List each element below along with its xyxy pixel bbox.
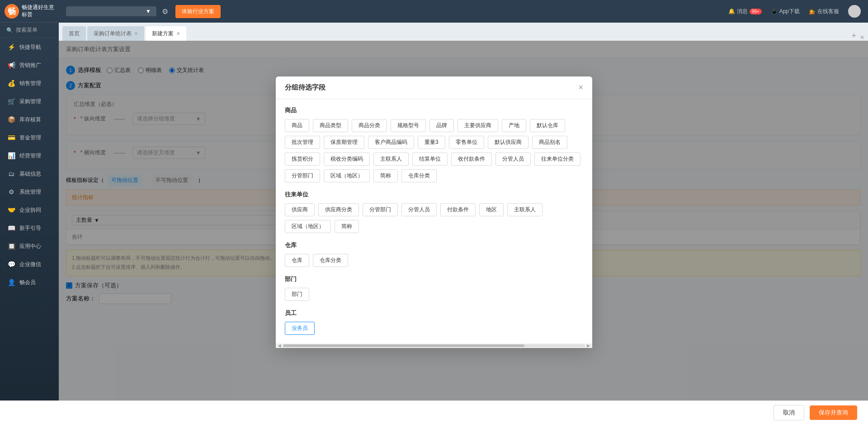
tab-purchase-stats-close[interactable]: × xyxy=(134,30,138,37)
app-download-icon: 📱 xyxy=(771,8,778,14)
field-tag[interactable]: 供应商分类 xyxy=(318,203,359,216)
dialog-horizontal-scrollbar[interactable]: ◀ ▶ xyxy=(276,343,592,348)
field-tag[interactable]: 默认供应商 xyxy=(488,136,528,149)
field-tag[interactable]: 主要供应商 xyxy=(458,119,498,132)
field-tag[interactable]: 部门 xyxy=(285,288,309,301)
field-tag[interactable]: 批次管理 xyxy=(285,136,320,149)
sidebar-item-apps[interactable]: 🔲 应用中心 xyxy=(0,237,59,255)
field-tag[interactable]: 客户商品编码 xyxy=(368,136,414,149)
field-tag[interactable]: 产地 xyxy=(502,119,526,132)
field-tag[interactable]: 区域（地区） xyxy=(324,169,370,182)
field-tag[interactable]: 商品别名 xyxy=(532,136,567,149)
tab-home[interactable]: 首页 xyxy=(62,26,86,41)
section-department-fields: 部门 xyxy=(285,288,583,301)
field-tag[interactable]: 主联系人 xyxy=(507,203,542,216)
save-query-button[interactable]: 保存并查询 xyxy=(810,405,857,420)
dialog-body: 商品 商品 商品类型 商品分类 规格型号 品牌 主要供应商 产地 默认仓库 批次… xyxy=(276,99,592,343)
tab-add-icon[interactable]: + xyxy=(851,31,856,41)
section-warehouse-fields: 仓库 仓库分类 xyxy=(285,254,583,267)
field-tag[interactable]: 供应商 xyxy=(285,203,315,216)
field-tag-staff[interactable]: 业务员 xyxy=(285,322,315,335)
sidebar-item-purchase[interactable]: 🛒 采购管理 xyxy=(0,92,59,110)
online-service-item[interactable]: 💁 在线客服 xyxy=(809,8,839,15)
field-tag[interactable]: 品牌 xyxy=(429,119,454,132)
sidebar-item-operation[interactable]: 📊 经营管理 xyxy=(0,147,59,165)
field-tag[interactable]: 仓库 xyxy=(285,254,309,267)
scroll-right-arrow[interactable]: ▶ xyxy=(587,343,590,348)
field-tag[interactable]: 规格型号 xyxy=(391,119,426,132)
tab-close-all[interactable]: ✕ xyxy=(860,34,864,41)
user-avatar[interactable] xyxy=(848,5,861,18)
sidebar-menu: ⚡ 快捷导航 📢 营销推广 💰 销售管理 🛒 采购管理 📦 库存核算 💳 资金管… xyxy=(0,38,59,405)
marketing-icon: 📢 xyxy=(7,61,16,70)
section-partner-fields: 供应商 供应商分类 分管部门 分管人员 付款条件 地区 主联系人 区域（地区） … xyxy=(285,203,583,233)
field-tag[interactable]: 保质期管理 xyxy=(324,136,364,149)
sidebar-item-wechat[interactable]: 💬 企业微信 xyxy=(0,255,59,273)
finance-icon: 💳 xyxy=(7,133,16,142)
sidebar-item-member[interactable]: 👤 畅会员 xyxy=(0,273,59,291)
field-tag[interactable]: 简称 xyxy=(373,169,398,182)
sidebar-item-corp[interactable]: 🤝 企业协同 xyxy=(0,201,59,219)
logo-icon: 畅 xyxy=(5,4,19,19)
field-tag[interactable]: 简称 xyxy=(335,220,359,233)
field-tag[interactable]: 默认仓库 xyxy=(530,119,565,132)
field-tag[interactable]: 仓库分类 xyxy=(313,254,348,267)
field-tag[interactable]: 仓库分类 xyxy=(401,169,437,182)
notification-item[interactable]: 🔔 消息 99+ xyxy=(728,8,762,15)
section-department-title: 部门 xyxy=(285,275,583,283)
field-tag[interactable]: 税收分类编码 xyxy=(324,152,370,166)
app-download-item[interactable]: 📱 App下载 xyxy=(771,8,800,15)
field-tag[interactable]: 地区 xyxy=(479,203,504,216)
tab-purchase-stats[interactable]: 采购订单统计表 × xyxy=(87,26,144,41)
sidebar-item-system[interactable]: ⚙ 系统管理 xyxy=(0,183,59,201)
inventory-icon: 📦 xyxy=(7,115,16,124)
sidebar-item-marketing[interactable]: 📢 营销推广 xyxy=(0,56,59,74)
field-tag[interactable]: 往来单位分类 xyxy=(534,152,580,166)
basic-icon: 🗂 xyxy=(7,169,16,178)
field-tag[interactable]: 收付款条件 xyxy=(451,152,492,166)
header-dropdown-icon[interactable]: ▼ xyxy=(146,8,151,14)
sidebar-item-sales[interactable]: 💰 销售管理 xyxy=(0,74,59,92)
tabs-bar: 首页 采购订单统计表 × 新建方案 × + ✕ xyxy=(59,23,868,41)
sidebar-item-basic[interactable]: 🗂 基础信息 xyxy=(0,165,59,183)
field-tag[interactable]: 结算单位 xyxy=(412,152,448,166)
field-tag[interactable]: 拣货积分 xyxy=(285,152,320,166)
sidebar-item-inventory[interactable]: 📦 库存核算 xyxy=(0,110,59,129)
wechat-icon: 💬 xyxy=(7,260,16,269)
sidebar: 畅 畅捷通好生意 标普 🔍 搜索菜单 ⚡ 快捷导航 📢 营销推广 💰 销售管理 … xyxy=(0,0,59,424)
field-tag[interactable]: 商品类型 xyxy=(313,119,348,132)
field-tag[interactable]: 分管人员 xyxy=(495,152,531,166)
dialog-close-icon[interactable]: × xyxy=(578,83,583,92)
trial-button[interactable]: 体验行业方案 xyxy=(175,5,221,18)
header-search-box: ▼ xyxy=(66,6,156,16)
field-tag[interactable]: 重量3 xyxy=(418,136,445,149)
field-tag[interactable]: 商品 xyxy=(285,119,309,132)
field-tag[interactable]: 分管部门 xyxy=(285,169,320,182)
scroll-thumb[interactable] xyxy=(283,344,524,347)
header-right: 🔔 消息 99+ 📱 App下载 💁 在线客服 xyxy=(728,5,861,18)
field-tag[interactable]: 分管人员 xyxy=(401,203,437,216)
section-goods-title: 商品 xyxy=(285,106,583,114)
field-tag[interactable]: 区域（地区） xyxy=(285,220,331,233)
sidebar-item-guide[interactable]: 📖 新手引导 xyxy=(0,219,59,237)
field-tag[interactable]: 零售单位 xyxy=(449,136,484,149)
field-tag[interactable]: 主联系人 xyxy=(373,152,409,166)
section-staff: 员工 业务员 xyxy=(285,309,583,335)
field-tag[interactable]: 商品分类 xyxy=(352,119,387,132)
section-warehouse: 仓库 仓库 仓库分类 xyxy=(285,241,583,267)
dialog-title: 分组待选字段 xyxy=(285,83,326,92)
sidebar-item-quick-nav[interactable]: ⚡ 快捷导航 xyxy=(0,38,59,56)
scroll-track xyxy=(283,344,585,347)
quick-nav-icon: ⚡ xyxy=(7,43,16,52)
header-search-input[interactable] xyxy=(71,8,143,14)
notification-icon: 🔔 xyxy=(728,8,735,14)
cancel-button[interactable]: 取消 xyxy=(774,405,804,420)
field-tag[interactable]: 分管部门 xyxy=(363,203,398,216)
field-tag[interactable]: 付款条件 xyxy=(440,203,476,216)
scroll-left-arrow[interactable]: ◀ xyxy=(278,343,281,348)
sidebar-item-finance[interactable]: 💳 资金管理 xyxy=(0,129,59,147)
sidebar-search[interactable]: 🔍 搜索菜单 xyxy=(0,23,59,38)
tab-new-plan[interactable]: 新建方案 × xyxy=(146,26,186,41)
tab-new-plan-close[interactable]: × xyxy=(176,30,180,37)
header-gear-icon[interactable]: ⚙ xyxy=(162,7,168,16)
